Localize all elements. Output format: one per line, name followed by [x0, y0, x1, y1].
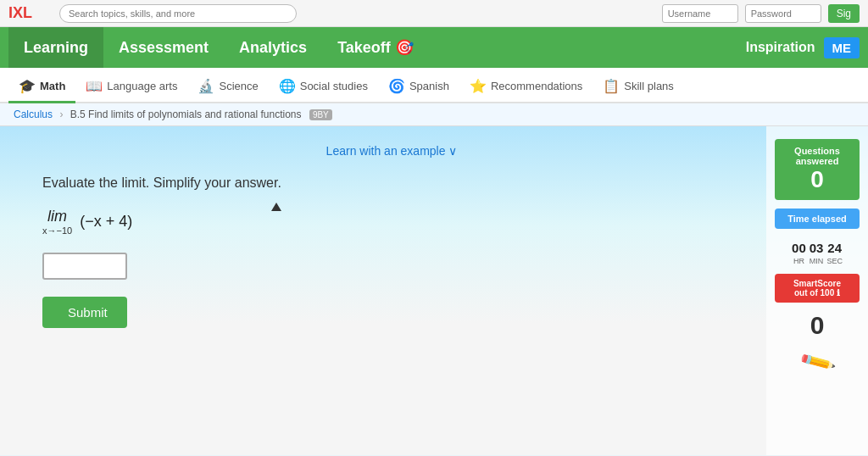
- inspiration-button[interactable]: Inspiration: [746, 40, 815, 55]
- top-right-area: Sig: [662, 4, 860, 23]
- logo: IXL: [8, 3, 51, 24]
- lim-subscript: x→−10: [42, 225, 72, 236]
- problem-area: Learn with an example ∨ Evaluate the lim…: [0, 126, 766, 455]
- answer-input[interactable]: [42, 253, 127, 280]
- time-seconds: 24 SEC: [826, 241, 843, 265]
- time-hr-value: 00: [792, 241, 806, 255]
- problem-instruction: Evaluate the limit. Simplify your answer…: [42, 175, 741, 191]
- skill-plans-icon: 📋: [603, 78, 620, 94]
- search-input[interactable]: [59, 4, 297, 23]
- nav-analytics[interactable]: Analytics: [224, 27, 322, 68]
- science-icon: 🔬: [198, 78, 214, 94]
- right-sidebar: Questionsanswered 0 Time elapsed 00 HR 0…: [766, 126, 868, 455]
- submit-button[interactable]: Submit: [42, 297, 127, 328]
- pencil-icon: ✏️: [798, 342, 837, 381]
- nav-bar: Learning Assessment Analytics Takeoff 🎯 …: [0, 27, 868, 68]
- tab-spanish[interactable]: 🌀 Spanish: [378, 71, 459, 103]
- time-sec-label: SEC: [826, 257, 843, 265]
- time-display: 00 HR 03 MIN 24 SEC: [792, 241, 843, 265]
- questions-answered-box: Questionsanswered 0: [775, 139, 860, 200]
- breadcrumb-parent[interactable]: Calculus: [14, 108, 53, 120]
- me-button[interactable]: ME: [824, 37, 860, 58]
- nav-learning[interactable]: Learning: [8, 27, 103, 68]
- learn-example-link[interactable]: Learn with an example ∨: [326, 144, 458, 158]
- spanish-icon: 🌀: [388, 78, 405, 94]
- subject-tabs: 🎓 Math 📖 Language arts 🔬 Science 🌐 Socia…: [0, 68, 868, 103]
- tab-language-arts[interactable]: 📖 Language arts: [75, 71, 187, 103]
- password-input[interactable]: [745, 4, 821, 23]
- time-label: Time elapsed: [787, 214, 847, 224]
- time-elapsed-box: Time elapsed: [775, 209, 860, 229]
- tab-social-studies[interactable]: 🌐 Social studies: [269, 71, 378, 103]
- nav-takeoff[interactable]: Takeoff 🎯: [322, 27, 429, 68]
- tab-language-arts-label: Language arts: [107, 80, 177, 92]
- tab-skill-plans[interactable]: 📋 Skill plans: [593, 71, 684, 103]
- tab-math[interactable]: 🎓 Math: [8, 71, 75, 103]
- breadcrumb-separator: ›: [59, 108, 63, 120]
- tab-recommendations[interactable]: ⭐ Recommendations: [459, 71, 593, 103]
- smart-score-label: SmartScoreout of 100 ℹ: [793, 279, 841, 298]
- smart-score-box: SmartScoreout of 100 ℹ: [775, 274, 860, 303]
- time-hours: 00 HR: [792, 241, 806, 265]
- nav-right: Inspiration ME: [746, 37, 860, 58]
- main-content: Learn with an example ∨ Evaluate the lim…: [0, 126, 868, 455]
- top-bar: IXL Sig: [0, 0, 868, 27]
- grade-badge: 9BY: [309, 109, 332, 120]
- breadcrumb: Calculus › B.5 Find limits of polynomial…: [0, 103, 868, 126]
- smart-score-value: 0: [810, 311, 825, 340]
- social-studies-icon: 🌐: [279, 78, 296, 94]
- math-expression: lim x→−10 (−x + 4): [42, 208, 741, 236]
- questions-label: Questionsanswered: [794, 146, 840, 166]
- tab-social-studies-label: Social studies: [300, 80, 368, 92]
- learn-example[interactable]: Learn with an example ∨: [42, 143, 741, 158]
- time-min-label: MIN: [810, 257, 824, 265]
- nav-assessment[interactable]: Assessment: [103, 27, 224, 68]
- language-arts-icon: 📖: [86, 78, 103, 94]
- tab-science-label: Science: [219, 80, 258, 92]
- math-icon: 🎓: [19, 78, 36, 94]
- tab-math-label: Math: [40, 80, 65, 92]
- recommendations-icon: ⭐: [470, 78, 487, 94]
- questions-count: 0: [785, 166, 849, 193]
- time-sec-value: 24: [826, 241, 843, 255]
- tab-skill-plans-label: Skill plans: [624, 80, 674, 92]
- tab-science[interactable]: 🔬 Science: [187, 71, 268, 103]
- logo-text: IXL: [8, 4, 32, 22]
- username-input[interactable]: [662, 4, 738, 23]
- limit-notation: lim x→−10: [42, 208, 72, 236]
- time-hr-label: HR: [793, 257, 804, 265]
- lim-text: lim: [47, 208, 67, 225]
- time-minutes: 03 MIN: [810, 241, 824, 265]
- tab-recommendations-label: Recommendations: [491, 80, 582, 92]
- sign-button[interactable]: Sig: [828, 4, 860, 23]
- time-min-value: 03: [810, 241, 824, 255]
- math-expr-text: (−x + 4): [80, 213, 132, 231]
- breadcrumb-current: B.5 Find limits of polynomials and ratio…: [70, 108, 302, 120]
- cursor-pointer: [271, 203, 281, 211]
- tab-spanish-label: Spanish: [409, 80, 449, 92]
